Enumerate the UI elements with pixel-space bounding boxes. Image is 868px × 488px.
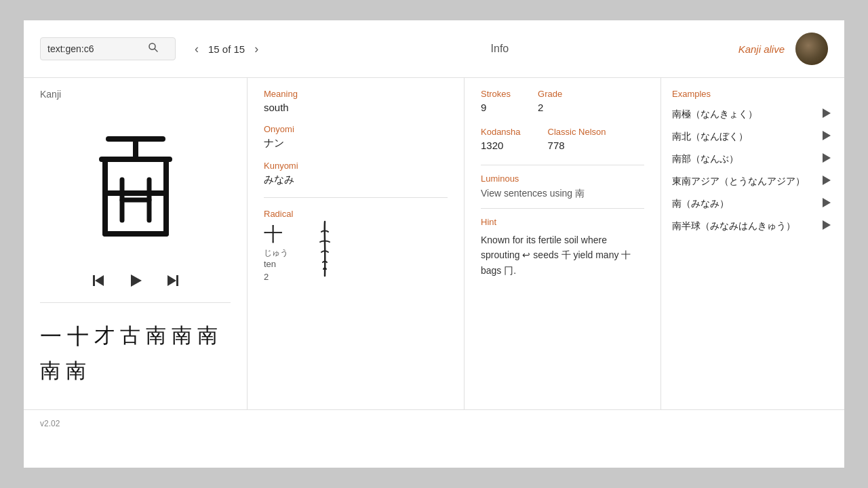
- play-button[interactable]: [128, 273, 143, 291]
- example-item-6: 南半球（みなみはんきゅう）: [672, 219, 833, 233]
- search-button[interactable]: [148, 42, 159, 56]
- example-item-5: 南（みなみ）: [672, 197, 833, 211]
- info-divider-1: [481, 165, 644, 165]
- radical-row: 十 じゅう ten 2: [264, 222, 448, 282]
- skip-back-button[interactable]: [92, 273, 106, 291]
- example-text-2: 南北（なんぼく）: [672, 131, 748, 143]
- example-play-2[interactable]: [820, 129, 833, 144]
- radical-group: Radical 十 じゅう ten 2: [264, 209, 448, 282]
- radical-stroke-image: [304, 222, 345, 276]
- info-link[interactable]: Info: [483, 40, 517, 58]
- example-text-6: 南半球（みなみはんきゅう）: [672, 220, 795, 232]
- classic-nelson-label: Classic Nelson: [548, 127, 606, 137]
- kodansha-col: Kodansha 1320: [481, 127, 521, 151]
- search-icon: [148, 42, 159, 53]
- meaning-label: Meaning: [264, 89, 448, 99]
- classic-nelson-col: Classic Nelson 778: [548, 127, 606, 151]
- info-panel: Strokes 9 Grade 2 Kodansha 1320 Classic …: [465, 78, 661, 409]
- kodansha-value: 1320: [481, 140, 521, 151]
- play-icon-2: [823, 131, 831, 140]
- strokes-grade-row: Strokes 9 Grade 2: [481, 89, 644, 113]
- left-panel: Kanji: [24, 78, 248, 409]
- kanji-alive-link[interactable]: Kanji alive: [738, 43, 785, 55]
- next-page-button[interactable]: ›: [252, 39, 261, 59]
- radical-char: 十: [264, 222, 283, 247]
- example-item-1: 南極（なんきょく）: [672, 107, 833, 121]
- onyomi-group: Onyomi ナン: [264, 124, 448, 150]
- example-text-1: 南極（なんきょく）: [672, 108, 757, 121]
- radical-name: ten: [264, 259, 276, 269]
- example-item-2: 南北（なんぼく）: [672, 129, 833, 144]
- onyomi-value: ナン: [264, 137, 448, 150]
- kanji-character-svg: [61, 112, 210, 261]
- example-text-5: 南（みなみ）: [672, 198, 729, 210]
- svg-marker-3: [95, 275, 104, 286]
- search-input[interactable]: [47, 43, 142, 54]
- header: ‹ 15 of 15 › Info Kanji alive: [24, 20, 844, 78]
- radical-number: 2: [264, 272, 269, 282]
- skip-forward-icon: [165, 273, 180, 288]
- play-icon-3: [823, 153, 831, 163]
- grade-label: Grade: [538, 89, 562, 99]
- avatar-image: [795, 33, 828, 65]
- mid-divider: [264, 197, 448, 198]
- kunyomi-value: みなみ: [264, 174, 448, 186]
- avatar[interactable]: [795, 33, 828, 65]
- grade-value: 2: [538, 102, 562, 113]
- example-text-4: 東南アジア（とうなんアジア）: [672, 176, 805, 188]
- prev-page-button[interactable]: ‹: [192, 39, 201, 59]
- meaning-value: south: [264, 102, 448, 113]
- kodansha-label: Kodansha: [481, 127, 521, 137]
- stroke-1: 一: [40, 322, 62, 352]
- info-divider-2: [481, 208, 644, 209]
- example-play-6[interactable]: [820, 219, 833, 233]
- main-content: Kanji: [24, 78, 844, 409]
- example-play-1[interactable]: [820, 107, 833, 121]
- left-divider: [40, 302, 231, 303]
- play-icon-6: [823, 220, 831, 230]
- grade-col: Grade 2: [538, 89, 562, 113]
- svg-marker-4: [131, 274, 142, 287]
- example-play-5[interactable]: [820, 197, 833, 211]
- stroke-9: 南: [66, 357, 86, 385]
- stroke-6: 南: [172, 322, 192, 352]
- play-icon-1: [823, 108, 831, 118]
- play-icon: [128, 273, 143, 288]
- playback-controls: [40, 273, 231, 291]
- footer: v2.02: [24, 409, 844, 436]
- examples-panel: Examples 南極（なんきょく） 南北（なんぼく） 南部（なんぶ） 東南アジ…: [661, 78, 844, 409]
- kanji-display: [40, 105, 231, 268]
- skip-forward-button[interactable]: [165, 273, 180, 291]
- stroke-7: 南: [197, 322, 218, 352]
- example-play-4[interactable]: [820, 174, 833, 188]
- page-indicator: 15 of 15: [208, 43, 245, 55]
- radical-info: 十 じゅう ten 2: [264, 222, 288, 282]
- onyomi-label: Onyomi: [264, 124, 448, 134]
- strokes-label: Strokes: [481, 89, 511, 99]
- middle-panel: Meaning south Onyomi ナン Kunyomi みなみ Radi…: [248, 78, 465, 409]
- nav-controls: ‹ 15 of 15 ›: [192, 39, 261, 59]
- meaning-group: Meaning south: [264, 89, 448, 113]
- example-text-3: 南部（なんぶ）: [672, 153, 738, 165]
- radical-label: Radical: [264, 209, 448, 219]
- play-icon-5: [823, 198, 831, 207]
- view-sentences-link[interactable]: View sentences using 南: [481, 188, 644, 200]
- skip-back-icon: [92, 273, 106, 288]
- example-item-3: 南部（なんぶ）: [672, 152, 833, 166]
- svg-rect-2: [93, 275, 95, 286]
- strokes-value: 9: [481, 102, 511, 113]
- svg-rect-5: [176, 275, 178, 286]
- svg-marker-6: [167, 275, 176, 286]
- app-window: ‹ 15 of 15 › Info Kanji alive Kanji: [24, 20, 844, 468]
- version-text: v2.02: [40, 419, 60, 428]
- stroke-8: 南: [40, 357, 60, 385]
- radical-reading: じゅう: [264, 247, 288, 259]
- kunyomi-label: Kunyomi: [264, 161, 448, 171]
- radical-stroke-svg: [307, 218, 344, 279]
- search-bar: [40, 37, 176, 60]
- stroke-4: 古: [120, 322, 140, 352]
- luminous-label[interactable]: Luminous: [481, 174, 644, 184]
- classic-nelson-value: 778: [548, 140, 606, 151]
- example-play-3[interactable]: [820, 152, 833, 166]
- examples-label: Examples: [672, 89, 833, 99]
